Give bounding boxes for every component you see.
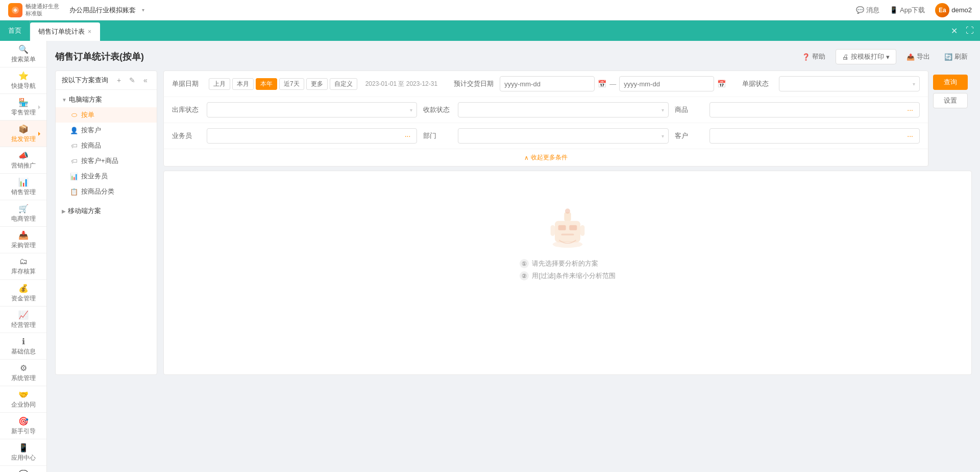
svg-rect-5 — [561, 234, 574, 235]
marketing-icon: 📣 — [18, 151, 29, 160]
page-actions: ❓ 帮助 🖨 按模板打印 ▾ 📤 导出 🔄 刷新 — [798, 49, 972, 64]
payment-status-select[interactable]: ▾ — [458, 102, 668, 117]
message-action[interactable]: 💬 消息 — [856, 6, 879, 15]
sidebar-item-ecom[interactable]: 🛒 电商管理 — [0, 200, 46, 227]
goods-field: 商品 ··· — [675, 102, 920, 117]
settings-btn[interactable]: 设置 — [933, 93, 968, 108]
collapse-bar[interactable]: ∧ 收起更多条件 — [164, 149, 928, 166]
sidebar-item-finance[interactable]: 💰 资金管理 — [0, 280, 46, 306]
scheme-edit-btn[interactable]: ✎ — [127, 75, 137, 85]
goods-ellipsis-btn[interactable]: ··· — [905, 106, 915, 114]
sidebar-item-newbie[interactable]: 🎯 新手引导 — [0, 413, 46, 439]
print-btn[interactable]: 🖨 按模板打印 ▾ — [836, 49, 896, 64]
goods-label: 商品 — [675, 105, 705, 114]
scheme-group-mobile-label: 移动端方案 — [68, 206, 101, 216]
salesperson-select[interactable]: ··· — [207, 128, 417, 144]
workspace-title: 办公用品行业模拟账套 — [69, 6, 136, 15]
export-btn[interactable]: 📤 导出 — [902, 50, 934, 63]
empty-state: ① 请先选择要分析的方案 ② 用[过滤]条件来缩小分析范围 — [164, 171, 971, 311]
svg-rect-6 — [564, 213, 571, 221]
window-close-btn[interactable]: ✕ — [949, 24, 960, 38]
this-year-btn[interactable]: 本年 — [256, 78, 277, 90]
goods-select[interactable]: ··· — [709, 102, 920, 117]
doc-status-arrow-icon: ▾ — [913, 81, 915, 87]
basics-icon: ℹ — [22, 337, 25, 346]
expected-date-from[interactable] — [500, 76, 595, 91]
tab-close-icon[interactable]: × — [88, 28, 91, 35]
doc-status-select[interactable]: ▾ — [779, 76, 920, 91]
scheme-item-by-order[interactable]: ⬭ 按单 — [56, 107, 157, 123]
svg-rect-4 — [569, 225, 577, 230]
scheme-item-by-sales[interactable]: 📊 按业务员 — [56, 169, 157, 184]
sidebar-item-inventory[interactable]: 🗂 库存核算 — [0, 253, 46, 280]
query-btn[interactable]: 查询 — [933, 75, 968, 90]
custom-date-btn[interactable]: 自定义 — [330, 78, 357, 90]
scheme-group-mobile-header[interactable]: ▶ 移动端方案 — [56, 203, 157, 219]
tab-home[interactable]: 首页 — [0, 20, 30, 41]
scheme-item-by-goods[interactable]: 🏷 按商品 — [56, 138, 157, 153]
collapse-icon: ∧ — [524, 154, 529, 161]
help-btn[interactable]: ❓ 帮助 — [798, 50, 829, 63]
expected-date-to-icon[interactable]: 📅 — [717, 80, 726, 88]
date-quick-btns: 上月 本月 本年 近7天 更多 自定义 — [209, 78, 357, 90]
last7days-btn[interactable]: 近7天 — [279, 78, 304, 90]
date-label: 单据日期 — [172, 79, 203, 88]
retail-icon: 🏪 — [18, 98, 29, 107]
newbie-icon: 🎯 — [18, 416, 29, 426]
customer-ellipsis-btn[interactable]: ··· — [905, 132, 915, 140]
by-cust-goods-icon: 🏷 — [70, 157, 78, 165]
expected-date-to[interactable] — [619, 76, 714, 91]
customer-select[interactable]: ··· — [709, 128, 920, 144]
quick-nav-icon: ⭐ — [18, 71, 29, 81]
scheme-item-by-cust-goods[interactable]: 🏷 按客户+商品 — [56, 153, 157, 169]
app-download-icon: 📱 — [890, 6, 898, 14]
refresh-btn[interactable]: 🔄 刷新 — [940, 50, 972, 63]
inventory-icon: 🗂 — [19, 257, 28, 266]
dept-arrow-icon: ▾ — [662, 133, 664, 139]
finance-icon: 💰 — [18, 284, 29, 293]
user-area[interactable]: Ea demo2 — [935, 3, 972, 17]
ship-status-field: 出库状态 ▾ — [172, 102, 417, 117]
salesperson-ellipsis-btn[interactable]: ··· — [403, 132, 413, 140]
sidebar-item-enterprise[interactable]: 🤝 企业协同 — [0, 386, 46, 413]
expected-date-from-icon[interactable]: 📅 — [598, 80, 606, 88]
dept-select[interactable]: ▾ — [458, 128, 668, 144]
ship-status-select[interactable]: ▾ — [207, 102, 417, 117]
empty-illustration — [542, 202, 593, 253]
sidebar-item-wholesale[interactable]: 📦 批发管理 — [0, 121, 46, 147]
main-layout: 🔍 搜索菜单 ⭐ 快捷导航 🏪 零售管理 📦 批发管理 📣 营销推广 📊 销售管… — [0, 41, 980, 472]
sidebar-item-system[interactable]: ⚙ 系统管理 — [0, 360, 46, 386]
payment-status-field: 收款状态 ▾ — [423, 102, 668, 117]
page-header: 销售订单统计表(按单) ❓ 帮助 🖨 按模板打印 ▾ 📤 导出 🔄 刷新 — [55, 49, 972, 64]
sidebar-item-retail[interactable]: 🏪 零售管理 — [0, 94, 46, 121]
window-expand-btn[interactable]: ⛶ — [964, 24, 976, 37]
empty-tip-2: ② 用[过滤]条件来缩小分析范围 — [520, 271, 615, 280]
sidebar-item-operations[interactable]: 📈 经营管理 — [0, 306, 46, 333]
sidebar-item-basics[interactable]: ℹ 基础信息 — [0, 333, 46, 360]
workspace-dropdown-icon[interactable]: ▾ — [142, 7, 144, 13]
sidebar-item-purchase[interactable]: 📥 采购管理 — [0, 227, 46, 253]
sidebar-item-quick-nav[interactable]: ⭐ 快捷导航 — [0, 67, 46, 94]
this-month-btn[interactable]: 本月 — [232, 78, 254, 90]
scheme-group-pc-header[interactable]: ▼ 电脑端方案 — [56, 92, 157, 107]
app-download-action[interactable]: 📱 App下载 — [890, 6, 925, 15]
svg-rect-2 — [555, 221, 580, 243]
more-date-btn[interactable]: 更多 — [306, 78, 328, 90]
sidebar-item-appcenter[interactable]: 📱 应用中心 — [0, 439, 46, 466]
tab-sales-order[interactable]: 销售订单统计表 × — [30, 22, 100, 41]
filter-right: 单据日期 上月 本月 本年 近7天 更多 自定义 2023-01-01 至 20… — [163, 70, 928, 167]
ship-status-arrow-icon: ▾ — [410, 107, 412, 113]
sidebar-item-marketing[interactable]: 📣 营销推广 — [0, 147, 46, 174]
expected-date-label: 预计交货日期 — [454, 79, 494, 88]
scheme-collapse-btn[interactable]: « — [140, 75, 151, 85]
scheme-group-pc-label: 电脑端方案 — [69, 95, 102, 104]
sidebar-item-corpwechat[interactable]: 💬 企业微信 — [0, 466, 46, 472]
page-title: 销售订单统计表(按单) — [55, 51, 144, 63]
corpwechat-icon: 💬 — [18, 469, 29, 473]
last-month-btn[interactable]: 上月 — [209, 78, 230, 90]
scheme-item-by-customer[interactable]: 👤 按客户 — [56, 123, 157, 138]
sidebar-item-search-menu[interactable]: 🔍 搜索菜单 — [0, 41, 46, 67]
scheme-add-btn[interactable]: + — [114, 75, 124, 85]
sidebar-item-sales[interactable]: 📊 销售管理 — [0, 174, 46, 200]
scheme-item-by-category[interactable]: 📋 按商品分类 — [56, 184, 157, 199]
